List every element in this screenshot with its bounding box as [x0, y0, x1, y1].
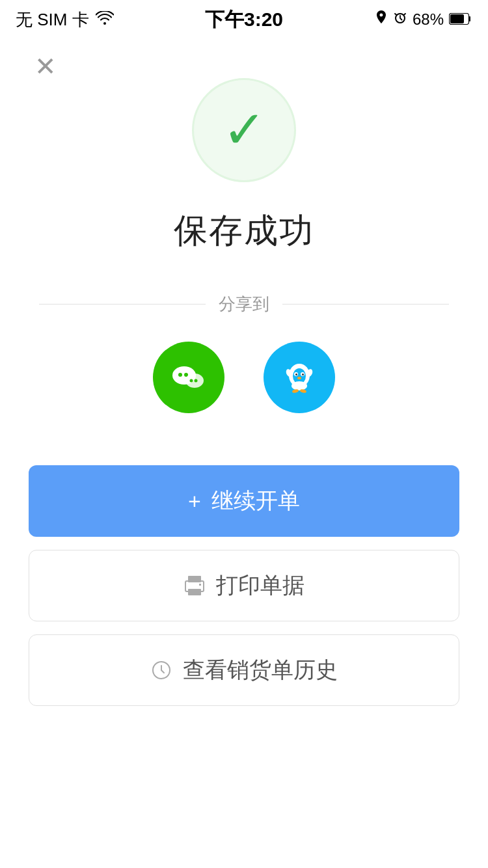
battery-percentage: 68% [413, 10, 444, 29]
svg-point-8 [195, 379, 198, 383]
svg-point-15 [297, 377, 301, 379]
success-title: 保存成功 [174, 208, 314, 254]
svg-point-7 [190, 379, 193, 383]
print-button[interactable]: 打印单据 [29, 550, 459, 621]
location-icon [375, 10, 388, 29]
svg-point-4 [178, 373, 182, 377]
svg-rect-2 [450, 14, 464, 23]
svg-point-13 [295, 373, 297, 375]
divider-line-left [39, 304, 206, 305]
action-buttons: + 继续开单 打印单据 查看销货单历史 [0, 465, 488, 706]
share-divider: 分享到 [0, 293, 488, 316]
success-circle: ✓ [192, 78, 296, 182]
history-button[interactable]: 查看销货单历史 [29, 634, 459, 706]
svg-rect-23 [188, 589, 201, 595]
continue-label: 继续开单 [211, 486, 300, 516]
close-button[interactable]: ✕ [26, 47, 65, 86]
plus-icon: + [188, 489, 201, 514]
continue-button[interactable]: + 继续开单 [29, 465, 459, 537]
status-left: 无 SIM 卡 [16, 8, 114, 31]
close-icon: ✕ [34, 53, 57, 79]
alarm-icon [393, 10, 407, 29]
status-time: 下午3:20 [205, 7, 283, 33]
checkmark-icon: ✓ [223, 104, 266, 156]
svg-point-14 [302, 373, 304, 375]
svg-rect-24 [199, 584, 201, 586]
share-wechat-button[interactable] [153, 342, 224, 413]
status-bar: 无 SIM 卡 下午3:20 68% [0, 0, 488, 39]
share-label: 分享到 [206, 293, 282, 316]
wifi-icon [96, 10, 114, 30]
battery-icon [449, 10, 472, 29]
svg-point-16 [291, 381, 307, 390]
sim-label: 无 SIM 卡 [16, 8, 89, 31]
share-icons [153, 342, 335, 413]
clock-icon [150, 659, 172, 681]
share-qq-button[interactable] [264, 342, 335, 413]
print-label: 打印单据 [216, 571, 305, 601]
main-content: ✓ 保存成功 分享到 [0, 39, 488, 706]
status-right: 68% [375, 10, 472, 29]
divider-line-right [282, 304, 449, 305]
printer-icon [183, 575, 206, 597]
history-label: 查看销货单历史 [183, 655, 338, 685]
